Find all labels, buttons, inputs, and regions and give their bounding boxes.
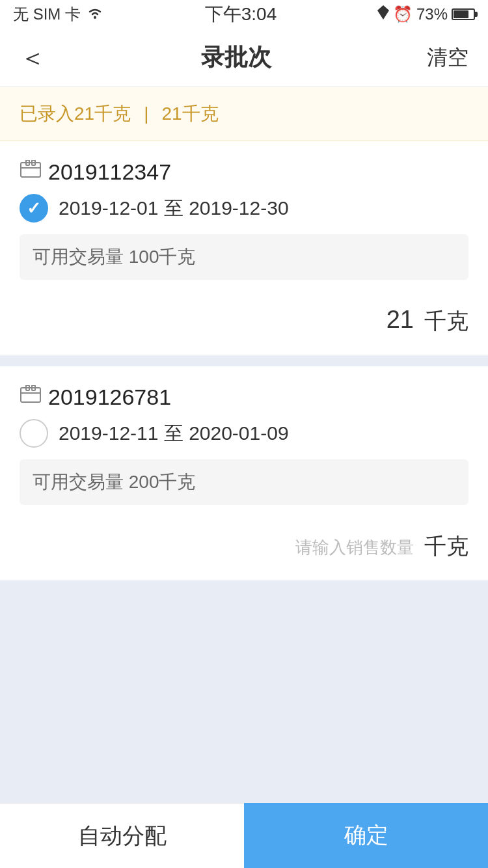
batch-date-row-2: 2019-12-11 至 2020-01-09 bbox=[20, 419, 468, 448]
amount-row-1: 千克 bbox=[0, 295, 488, 355]
amount-input-2[interactable] bbox=[245, 531, 414, 562]
batch-date-2: 2019-12-11 至 2020-01-09 bbox=[59, 420, 289, 447]
batch-available-2: 可用交易量 200千克 bbox=[20, 459, 468, 505]
location-icon bbox=[377, 5, 389, 23]
status-right: ⏰ 73% bbox=[377, 5, 475, 23]
carrier-label: 无 SIM 卡 bbox=[13, 4, 81, 25]
amount-unit-2: 千克 bbox=[424, 532, 468, 562]
amount-row-2: 千克 bbox=[0, 521, 488, 580]
summary-divider: | bbox=[144, 103, 148, 124]
batch-date-1: 2019-12-01 至 2019-12-30 bbox=[59, 195, 289, 222]
batch-id-1: 2019112347 bbox=[48, 159, 171, 185]
batch-header-1: 2019112347 bbox=[20, 159, 468, 185]
confirm-button[interactable]: 确定 bbox=[244, 803, 488, 868]
radio-btn-1[interactable] bbox=[20, 194, 48, 223]
batch-available-1: 可用交易量 100千克 bbox=[20, 234, 468, 280]
page-content: 已录入21千克 | 21千克 2019112347 2019-12-01 至 bbox=[0, 87, 488, 868]
nav-bar: ＜ 录批次 清空 bbox=[0, 29, 488, 87]
alarm-icon: ⏰ bbox=[393, 5, 413, 23]
clear-button[interactable]: 清空 bbox=[427, 44, 468, 72]
svg-rect-5 bbox=[21, 388, 40, 402]
summary-bar: 已录入21千克 | 21千克 bbox=[0, 87, 488, 141]
input-line-wrap-1 bbox=[245, 306, 414, 336]
summary-total: 21千克 bbox=[161, 102, 218, 126]
back-button[interactable]: ＜ bbox=[20, 40, 46, 75]
batch-item-1: 2019112347 2019-12-01 至 2019-12-30 可用交易量… bbox=[0, 141, 488, 355]
page-title: 录批次 bbox=[201, 42, 271, 74]
battery-icon bbox=[452, 8, 475, 20]
amount-input-1[interactable] bbox=[245, 306, 414, 336]
status-time: 下午3:04 bbox=[205, 2, 277, 27]
svg-rect-1 bbox=[21, 163, 40, 177]
batch-date-row-1: 2019-12-01 至 2019-12-30 bbox=[20, 194, 468, 223]
bottom-empty-area bbox=[0, 581, 488, 841]
status-bar: 无 SIM 卡 下午3:04 ⏰ 73% bbox=[0, 0, 488, 29]
status-left: 无 SIM 卡 bbox=[13, 4, 104, 25]
battery-percent: 73% bbox=[416, 5, 448, 23]
radio-btn-2[interactable] bbox=[20, 419, 48, 448]
section-separator bbox=[0, 356, 488, 366]
batch-item-2: 2019126781 2019-12-11 至 2020-01-09 可用交易量… bbox=[0, 366, 488, 580]
batch-id-2: 2019126781 bbox=[48, 385, 171, 410]
batch-header-2: 2019126781 bbox=[20, 385, 468, 410]
amount-unit-1: 千克 bbox=[424, 306, 468, 336]
batch-icon-1 bbox=[20, 160, 42, 185]
input-line-wrap-2 bbox=[245, 531, 414, 562]
batch-icon-2 bbox=[20, 385, 42, 410]
auto-distribute-button[interactable]: 自动分配 bbox=[0, 803, 244, 868]
wifi-icon bbox=[86, 5, 104, 23]
recorded-label: 已录入21千克 bbox=[20, 102, 131, 126]
bottom-buttons: 自动分配 确定 bbox=[0, 803, 488, 868]
svg-point-0 bbox=[94, 16, 96, 19]
